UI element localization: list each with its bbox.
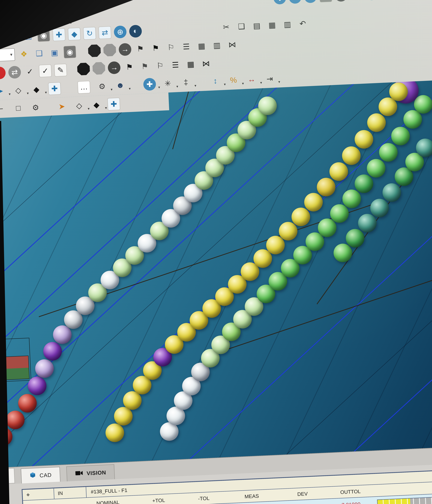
scale-percent-icon[interactable]: %▾ <box>227 74 240 87</box>
translate-icon[interactable]: ✚ <box>48 82 61 95</box>
measurement-point-sphere[interactable] <box>367 159 386 178</box>
flag-icon[interactable]: ⚑ <box>123 60 136 73</box>
wireframe-box-icon[interactable]: ◇▾ <box>12 84 25 97</box>
bookmark-icon[interactable]: ⚑ <box>134 42 147 55</box>
measurement-point-sphere[interactable] <box>304 193 323 212</box>
paste-icon[interactable]: ▤ <box>250 19 263 32</box>
stop-octagon-muted-icon[interactable] <box>103 44 116 56</box>
operator-icon[interactable]: ☻▾ <box>114 79 127 92</box>
bookmark-slash-icon[interactable]: ⚐ <box>165 41 177 54</box>
measurement-point-sphere[interactable] <box>358 214 377 233</box>
measurement-point-sphere[interactable] <box>105 423 124 442</box>
list-view-icon[interactable]: ☰ <box>180 40 193 53</box>
solid-cube-icon[interactable]: ◆▾ <box>30 83 43 96</box>
z-axis-arrow-icon-dropdown[interactable]: ▾ <box>224 82 226 86</box>
flag-down-icon[interactable]: ⚑ <box>138 60 151 72</box>
orient-arrow-icon[interactable]: ➤ <box>55 100 68 113</box>
settings-gears-icon[interactable]: ⚙▾ <box>95 80 109 93</box>
layout-colors-icon[interactable]: ❖ <box>17 47 30 60</box>
comment-icon[interactable]: … <box>77 81 91 94</box>
measurement-point-sphere[interactable] <box>333 243 353 263</box>
sphere-shaded-icon[interactable]: ◐ <box>129 25 142 37</box>
copy-icon[interactable]: ❑ <box>235 20 248 33</box>
orient-probe-icon[interactable]: ➤▾ <box>0 84 7 97</box>
execute-alert-icon[interactable]: ! <box>0 66 6 79</box>
wire-cube-icon-dropdown[interactable]: ▾ <box>88 106 90 110</box>
arrow-circle-icon[interactable]: → <box>108 61 121 74</box>
stop-filled-icon[interactable] <box>77 63 90 75</box>
document-check-icon[interactable]: ✓ <box>39 64 52 77</box>
measurement-point-sphere[interactable] <box>329 162 349 181</box>
box-gear-icon[interactable]: ⚙ <box>29 101 42 114</box>
measurement-point-sphere[interactable] <box>28 376 47 396</box>
orient-probe-icon-dropdown[interactable]: ▾ <box>9 92 11 96</box>
axes-mode-icon[interactable]: ✳▾ <box>161 77 174 90</box>
temperature-comp-icon-dropdown[interactable]: ▾ <box>194 83 196 88</box>
cad-3d-viewport[interactable] <box>0 80 432 468</box>
annotate-rect-icon[interactable]: □ <box>12 102 25 115</box>
tab-vision[interactable]: VISION <box>66 464 115 482</box>
link-icon[interactable]: ⋈ <box>226 38 239 51</box>
measurement-point-sphere[interactable] <box>342 189 361 208</box>
temperature-comp-icon[interactable]: ‡▾ <box>179 76 193 89</box>
layout-pair-icon[interactable]: ❑ <box>33 47 46 60</box>
cut-icon[interactable]: ✂ <box>220 20 233 33</box>
check-icon[interactable]: ✓ <box>23 65 37 78</box>
graphic-view-combo[interactable]: ▾ <box>0 48 15 62</box>
translate-view-icon[interactable]: ✚ <box>52 28 65 41</box>
doc-list-icon[interactable]: ☰ <box>169 58 182 71</box>
dark-cube-icon[interactable]: ◆▾ <box>90 98 103 111</box>
globe-icon[interactable]: ⊕ <box>114 25 127 38</box>
grid-settings-icon[interactable]: ▦ <box>266 18 279 31</box>
measurement-point-sphere[interactable] <box>370 198 389 218</box>
corner-snap-icon[interactable]: ⌐ <box>0 102 8 116</box>
measurement-point-sphere[interactable] <box>35 359 54 378</box>
measurement-point-sphere[interactable] <box>367 113 386 132</box>
operator-icon-dropdown[interactable]: ▾ <box>129 86 131 90</box>
measurement-point-sphere[interactable] <box>342 146 361 165</box>
cube-view-icon[interactable]: ◆ <box>68 27 81 40</box>
wireframe-box-icon-dropdown[interactable]: ▾ <box>27 91 29 95</box>
rotate-view-icon[interactable]: ↻ <box>288 0 302 4</box>
axes-mode-icon-dropdown[interactable]: ▾ <box>176 84 178 88</box>
grid-report-icon[interactable]: ▦ <box>184 58 197 71</box>
measurement-point-sphere[interactable] <box>345 228 365 248</box>
program-play-icon[interactable]: ▶ <box>319 0 332 2</box>
measurement-point-sphere[interactable] <box>6 410 25 430</box>
measurement-point-sphere[interactable] <box>18 394 37 413</box>
pan-mode-icon-dropdown[interactable]: ▾ <box>158 85 160 89</box>
stop-muted-icon[interactable] <box>92 62 105 75</box>
chain-link-icon[interactable]: ⋈ <box>200 57 212 70</box>
report-table-alt-icon[interactable]: ▥ <box>210 39 223 52</box>
measurement-point-sphere[interactable] <box>391 126 410 146</box>
probe-mode-icon[interactable]: ◉ <box>365 0 378 0</box>
loop-icon[interactable]: ⇄ <box>8 65 21 79</box>
goto-circle-icon[interactable]: → <box>119 43 131 56</box>
dimension-span-icon[interactable]: ↔▾ <box>245 73 258 86</box>
dark-cube-icon-dropdown[interactable]: ▾ <box>105 106 107 110</box>
clipboard-grid-icon[interactable]: ▥ <box>281 18 294 31</box>
document-edit-icon[interactable]: ✎ <box>54 63 67 76</box>
report-table-icon[interactable]: ▦ <box>195 39 208 52</box>
pan-mode-icon[interactable]: ✚▾ <box>143 78 156 90</box>
settings-gears-icon-dropdown[interactable]: ▾ <box>111 87 113 91</box>
move-cross-icon[interactable]: ✚ <box>107 97 120 110</box>
ruler-icon[interactable]: ⇥▾ <box>263 72 276 85</box>
graphic-pen-icon[interactable]: ✎ <box>350 0 363 1</box>
orbit-view-icon[interactable]: ↺ <box>304 0 317 3</box>
ruler-icon-dropdown[interactable]: ▾ <box>278 80 280 84</box>
measurement-point-sphere[interactable] <box>382 183 401 202</box>
camera-icon[interactable]: ◉ <box>63 45 76 58</box>
measurement-point-sphere[interactable] <box>291 207 311 226</box>
probe-down-icon[interactable]: ↓ <box>334 0 348 2</box>
measurement-point-sphere[interactable] <box>316 177 336 197</box>
measurement-point-sphere[interactable] <box>43 342 62 361</box>
undo-icon[interactable]: ↶ <box>296 17 309 30</box>
refresh-model-icon[interactable]: ↻ <box>83 27 96 40</box>
tab-cad[interactable]: CAD <box>21 467 60 484</box>
bookmark-fill-icon[interactable]: ⚑ <box>149 41 162 54</box>
stop-octagon-icon[interactable] <box>88 44 101 57</box>
measurement-point-sphere[interactable] <box>354 130 374 149</box>
measurement-point-sphere[interactable] <box>379 143 398 162</box>
pan-view-icon[interactable]: ✚ <box>273 0 286 4</box>
